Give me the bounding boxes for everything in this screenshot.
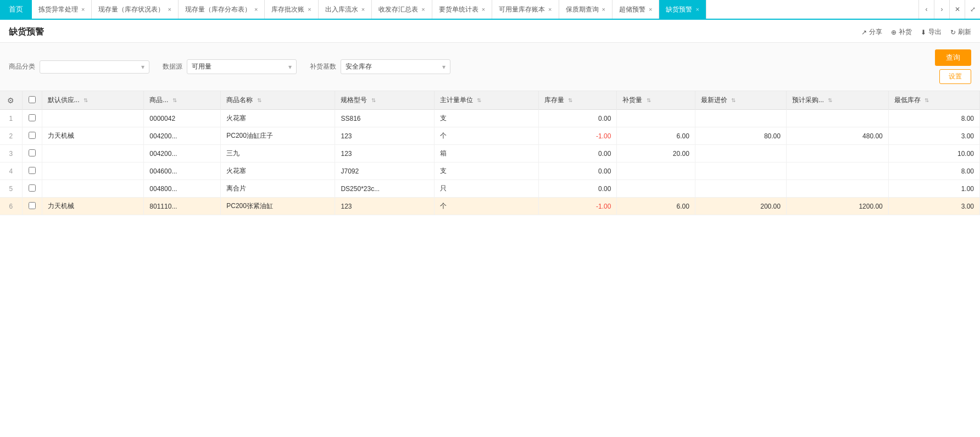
row-est-purchase xyxy=(786,145,888,163)
tab-batch-account[interactable]: 库存批次账 × xyxy=(265,0,318,19)
filter-category: 商品分类 ▾ xyxy=(9,60,149,74)
row-est-purchase xyxy=(786,110,888,127)
table-row: 1 0000042 火花塞 SS816 支 0.00 8.00 xyxy=(0,110,980,127)
refresh-icon: ↻ xyxy=(950,29,956,36)
tab-prev-button[interactable]: ‹ xyxy=(918,0,934,19)
export-icon: ⬇ xyxy=(921,29,926,36)
sort-icon: ⇅ xyxy=(568,97,572,103)
tab-close[interactable]: × xyxy=(649,6,652,13)
col-stock[interactable]: 库存量 ⇅ xyxy=(538,91,616,110)
filter-category-select[interactable]: ▾ xyxy=(40,60,149,74)
settings-button[interactable]: 设置 xyxy=(939,69,971,84)
tab-home[interactable]: 首页 xyxy=(0,0,32,19)
table-row: 6 力天机械 801110... PC200张紧油缸 123 个 -1.00 6… xyxy=(0,198,980,215)
filter-datasource-select[interactable]: 可用量 ▾ xyxy=(187,59,297,74)
refresh-button[interactable]: ↻ 刷新 xyxy=(950,27,971,37)
row-latest-price: 200.00 xyxy=(695,198,786,215)
row-supplier: 力天机械 xyxy=(42,127,144,145)
row-latest-price: 80.00 xyxy=(695,127,786,145)
export-button[interactable]: ⬇ 导出 xyxy=(921,27,942,37)
row-stock: 0.00 xyxy=(538,163,616,180)
tab-shortage[interactable]: 缺货预警 × xyxy=(659,0,706,19)
col-latest-price[interactable]: 最新进价 ⇅ xyxy=(695,91,786,110)
row-unit: 个 xyxy=(435,198,539,215)
row-min-stock: 3.00 xyxy=(888,198,979,215)
row-number: 5 xyxy=(0,180,22,198)
tab-inventory-dist[interactable]: 现存量（库存分布表） × xyxy=(179,0,265,19)
sort-icon: ⇅ xyxy=(647,97,651,103)
replenish-button[interactable]: ⊕ 补货 xyxy=(891,27,912,37)
row-stock: 0.00 xyxy=(538,180,616,198)
tab-close[interactable]: × xyxy=(308,6,311,13)
row-replenish-qty: 20.00 xyxy=(617,145,695,163)
tab-expiry[interactable]: 保质期查询 × xyxy=(559,0,612,19)
tab-close[interactable]: × xyxy=(81,6,85,13)
col-supplier[interactable]: 默认供应... ⇅ xyxy=(42,91,144,110)
tab-close[interactable]: × xyxy=(548,6,552,13)
tab-order-stats[interactable]: 要货单统计表 × xyxy=(432,0,492,19)
tab-expand-button[interactable]: ⤢ xyxy=(965,0,980,19)
table-body: 1 0000042 火花塞 SS816 支 0.00 8.00 2 力天机械 0… xyxy=(0,110,980,215)
filter-replenish-base-select[interactable]: 安全库存 ▾ xyxy=(341,59,450,74)
query-button[interactable]: 查询 xyxy=(935,49,971,66)
filter-replenish-base: 补货基数 安全库存 ▾ xyxy=(310,59,450,74)
row-checkbox[interactable] xyxy=(29,132,36,139)
share-icon: ↗ xyxy=(861,29,867,36)
tab-inout-flow[interactable]: 出入库流水 × xyxy=(319,0,372,19)
col-min-stock[interactable]: 最低库存 ⇅ xyxy=(888,91,979,110)
row-checkbox[interactable] xyxy=(29,167,36,174)
share-button[interactable]: ↗ 分享 xyxy=(861,27,882,37)
filter-bar: 商品分类 ▾ 数据源 可用量 ▾ 补货基数 安全库存 ▾ 查询 设置 xyxy=(0,43,980,91)
row-checkbox[interactable] xyxy=(29,202,36,209)
row-product-code: 801110... xyxy=(144,198,221,215)
row-replenish-qty: 6.00 xyxy=(617,127,695,145)
tab-overstock[interactable]: 超储预警 × xyxy=(612,0,659,19)
row-unit: 只 xyxy=(435,180,539,198)
tab-close[interactable]: × xyxy=(602,6,605,13)
row-number: 6 xyxy=(0,198,22,215)
tab-close[interactable]: × xyxy=(482,6,485,13)
page-content: 缺货预警 ↗ 分享 ⊕ 补货 ⬇ 导出 ↻ 刷新 商品分类 xyxy=(0,20,980,437)
tab-close[interactable]: × xyxy=(695,6,699,13)
tab-close[interactable]: × xyxy=(168,6,171,13)
col-settings[interactable]: ⚙ xyxy=(0,91,22,110)
tab-close-all-button[interactable]: ✕ xyxy=(949,0,965,19)
filter-actions: 查询 设置 xyxy=(935,49,971,84)
filter-datasource-value: 可用量 xyxy=(192,62,211,71)
row-product-code: 004200... xyxy=(144,127,221,145)
row-product-name: 火花塞 xyxy=(221,110,335,127)
tab-available-ledger[interactable]: 可用量库存账本 × xyxy=(492,0,559,19)
col-product-code[interactable]: 商品... ⇅ xyxy=(144,91,221,110)
col-product-name[interactable]: 商品名称 ⇅ xyxy=(221,91,335,110)
filter-datasource: 数据源 可用量 ▾ xyxy=(163,59,297,74)
tab-exception[interactable]: 拣货异常处理 × xyxy=(32,0,92,19)
row-checkbox-cell xyxy=(22,180,42,198)
chevron-down-icon: ▾ xyxy=(141,63,144,71)
row-checkbox[interactable] xyxy=(29,149,36,156)
filter-replenish-base-value: 安全库存 xyxy=(346,62,372,71)
tab-inventory-status[interactable]: 现存量（库存状况表） × xyxy=(92,0,178,19)
table-row: 3 004200... 三九 123 箱 0.00 20.00 10.00 xyxy=(0,145,980,163)
tab-receipt-summary[interactable]: 收发存汇总表 × xyxy=(372,0,432,19)
tab-close[interactable]: × xyxy=(361,6,365,13)
row-checkbox-cell xyxy=(22,110,42,127)
col-est-purchase[interactable]: 预计采购... ⇅ xyxy=(786,91,888,110)
row-checkbox[interactable] xyxy=(29,184,36,192)
row-spec: SS816 xyxy=(335,110,435,127)
row-product-code: 004600... xyxy=(144,163,221,180)
col-unit[interactable]: 主计量单位 ⇅ xyxy=(435,91,539,110)
tab-close[interactable]: × xyxy=(421,6,425,13)
row-product-name: PC200张紧油缸 xyxy=(221,198,335,215)
tab-close[interactable]: × xyxy=(254,6,258,13)
col-spec[interactable]: 规格型号 ⇅ xyxy=(335,91,435,110)
tab-next-button[interactable]: › xyxy=(934,0,949,19)
row-est-purchase: 480.00 xyxy=(786,127,888,145)
row-min-stock: 8.00 xyxy=(888,163,979,180)
row-product-code: 004800... xyxy=(144,180,221,198)
row-min-stock: 8.00 xyxy=(888,110,979,127)
select-all-checkbox[interactable] xyxy=(29,96,36,103)
col-replenish-qty[interactable]: 补货量 ⇅ xyxy=(617,91,695,110)
row-product-name: 三九 xyxy=(221,145,335,163)
row-checkbox[interactable] xyxy=(29,114,36,121)
gear-icon[interactable]: ⚙ xyxy=(7,96,14,105)
